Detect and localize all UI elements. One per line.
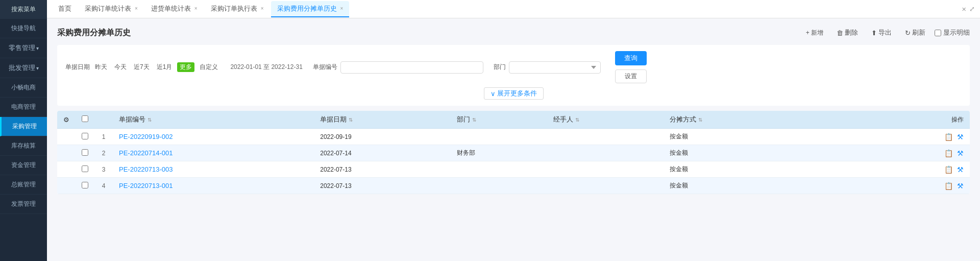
add-button[interactable]: + 新增 xyxy=(802,27,827,39)
edit-icon-2[interactable]: ⚒ xyxy=(957,165,964,174)
edit-icon-0[interactable]: ⚒ xyxy=(957,133,964,141)
sidebar-search[interactable]: 搜索菜单 xyxy=(0,0,47,19)
table-body: 1 PE-20220919-002 2022-09-19 按金额 📋 ⚒ 2 P… xyxy=(57,129,970,194)
cell-handler-0 xyxy=(547,129,664,145)
th-doc-no[interactable]: 单据编号 ⇅ xyxy=(113,111,314,129)
doc-link-0[interactable]: PE-20220919-002 xyxy=(119,133,173,140)
cell-check-0[interactable] xyxy=(76,129,94,145)
minimize-icon[interactable]: × xyxy=(962,5,966,13)
cell-check-2[interactable] xyxy=(76,161,94,178)
sort-icon-split-method: ⇅ xyxy=(698,117,702,123)
tab-cost-history[interactable]: 采购费用分摊单历史 × xyxy=(271,1,350,17)
filter-row: 单据日期 昨天 今天 近7天 近1月 更多 自定义 2022-01-01 至 2… xyxy=(65,51,962,83)
export-button[interactable]: ⬆ 导出 xyxy=(867,27,896,39)
cell-check-3[interactable] xyxy=(76,178,94,194)
expand-more-button[interactable]: ∨ 展开更多条件 xyxy=(484,87,544,100)
cell-docno-3[interactable]: PE-20220713-001 xyxy=(113,178,314,194)
dept-select[interactable] xyxy=(509,61,601,74)
cell-gear-1 xyxy=(57,145,76,161)
table-header: ⚙ 单据编号 ⇅ xyxy=(57,111,970,129)
close-tab-po-stats[interactable]: × xyxy=(135,6,138,11)
cell-handler-1 xyxy=(547,145,664,161)
sidebar-item-retail[interactable]: 零售管理▾ xyxy=(0,38,47,58)
close-tab-receipt-stats[interactable]: × xyxy=(194,6,198,11)
date-more[interactable]: 更多 xyxy=(177,62,194,72)
edit-icon-1[interactable]: ⚒ xyxy=(957,149,964,157)
view-icon-1[interactable]: 📋 xyxy=(944,149,953,157)
gear-icon[interactable]: ⚙ xyxy=(63,116,69,124)
doc-link-3[interactable]: PE-20220713-001 xyxy=(119,182,173,189)
doc-link-1[interactable]: PE-20220714-001 xyxy=(119,149,173,157)
sidebar-item-finance[interactable]: 资金管理 xyxy=(0,156,47,175)
date-7days[interactable]: 近7天 xyxy=(132,62,152,72)
sort-icon-doc-date: ⇅ xyxy=(349,117,353,123)
settings-button[interactable]: 设置 xyxy=(615,69,647,83)
view-icon-2[interactable]: 📋 xyxy=(944,165,953,174)
refresh-icon: ↻ xyxy=(905,29,911,37)
select-all-checkbox[interactable] xyxy=(82,115,88,122)
show-columns-checkbox[interactable]: 显示明细 xyxy=(935,28,970,37)
cell-docno-0[interactable]: PE-20220919-002 xyxy=(113,129,314,145)
cell-dept-2 xyxy=(451,161,547,178)
page-header: 采购费用分摊单历史 + 新增 🗑 删除 ⬆ 导出 ↻ 刷新 显示明细 xyxy=(57,27,970,39)
chevron-down-icon: ∨ xyxy=(491,90,496,98)
th-handler[interactable]: 经手人 ⇅ xyxy=(547,111,664,129)
close-tab-cost-history[interactable]: × xyxy=(340,6,344,11)
cell-num-1: 2 xyxy=(94,145,113,161)
sidebar-item-inventory[interactable]: 库存核算 xyxy=(0,136,47,156)
cell-check-1[interactable] xyxy=(76,145,94,161)
trash-icon: 🗑 xyxy=(837,29,843,37)
date-yesterday[interactable]: 昨天 xyxy=(93,62,109,72)
th-check[interactable] xyxy=(76,111,94,129)
th-dept[interactable]: 部门 ⇅ xyxy=(451,111,547,129)
tab-po-exec[interactable]: 采购订单执行表 × xyxy=(205,1,270,17)
th-num xyxy=(94,111,113,129)
cell-docno-1[interactable]: PE-20220714-001 xyxy=(113,145,314,161)
view-icon-3[interactable]: 📋 xyxy=(944,182,953,190)
query-button[interactable]: 查询 xyxy=(615,51,647,65)
sidebar-item-ledger[interactable]: 总账管理 xyxy=(0,175,47,195)
table-row: 3 PE-20220713-003 2022-07-13 按金额 📋 ⚒ xyxy=(57,161,970,178)
th-gear[interactable]: ⚙ xyxy=(57,111,76,129)
dept-filter-label: 部门 xyxy=(494,63,506,72)
close-tab-po-exec[interactable]: × xyxy=(261,6,264,11)
date-filter: 单据日期 昨天 今天 近7天 近1月 更多 自定义 xyxy=(65,62,220,72)
date-today[interactable]: 今天 xyxy=(112,62,129,72)
cell-docno-2[interactable]: PE-20220713-003 xyxy=(113,161,314,178)
cell-gear-2 xyxy=(57,161,76,178)
th-action: 操作 xyxy=(919,111,970,129)
tab-receipt-stats[interactable]: 进货单统计表 × xyxy=(145,1,204,17)
sort-icon-doc-no: ⇅ xyxy=(148,117,152,123)
table-wrapper: ⚙ 单据编号 ⇅ xyxy=(57,111,970,194)
cell-date-1: 2022-07-14 xyxy=(314,145,451,161)
refresh-button[interactable]: ↻ 刷新 xyxy=(901,27,929,39)
toolbar-actions: + 新增 🗑 删除 ⬆ 导出 ↻ 刷新 显示明细 xyxy=(802,27,970,39)
sidebar-item-purchase[interactable]: 采购管理 xyxy=(0,117,47,136)
date-1month[interactable]: 近1月 xyxy=(155,62,175,72)
sidebar-item-wholesale[interactable]: 批发管理▾ xyxy=(0,58,47,78)
tab-home[interactable]: 首页 xyxy=(52,1,78,17)
edit-icon-3[interactable]: ⚒ xyxy=(957,182,964,190)
delete-button[interactable]: 🗑 删除 xyxy=(832,27,862,39)
date-custom[interactable]: 自定义 xyxy=(198,62,220,72)
doc-link-2[interactable]: PE-20220713-003 xyxy=(119,165,173,173)
sidebar-item-invoice[interactable]: 发票管理 xyxy=(0,195,47,214)
sort-icon-dept: ⇅ xyxy=(472,117,476,123)
tab-po-stats[interactable]: 采购订单统计表 × xyxy=(79,1,144,17)
cell-num-2: 3 xyxy=(94,161,113,178)
sidebar-item-ecommerce[interactable]: 电商管理 xyxy=(0,98,47,117)
sidebar-item-nav[interactable]: 快捷导航 xyxy=(0,19,47,38)
chevron-down-icon: ▾ xyxy=(36,65,39,71)
tab-bar: 首页 采购订单统计表 × 进货单统计表 × 采购订单执行表 × 采购费用分摊单历… xyxy=(47,0,980,18)
th-split-method[interactable]: 分摊方式 ⇅ xyxy=(664,111,919,129)
view-icon-0[interactable]: 📋 xyxy=(944,133,953,141)
main-area: 首页 采购订单统计表 × 进货单统计表 × 采购订单执行表 × 采购费用分摊单历… xyxy=(47,0,980,261)
table-row: 1 PE-20220919-002 2022-09-19 按金额 📋 ⚒ xyxy=(57,129,970,145)
cell-split-0: 按金额 xyxy=(664,129,919,145)
docno-input[interactable] xyxy=(340,61,483,74)
maximize-icon[interactable]: ⤢ xyxy=(969,5,975,13)
th-doc-date[interactable]: 单据日期 ⇅ xyxy=(314,111,451,129)
cell-gear-3 xyxy=(57,178,76,194)
sidebar-item-ecommerce-small[interactable]: 小畅电商 xyxy=(0,78,47,98)
cell-dept-3 xyxy=(451,178,547,194)
